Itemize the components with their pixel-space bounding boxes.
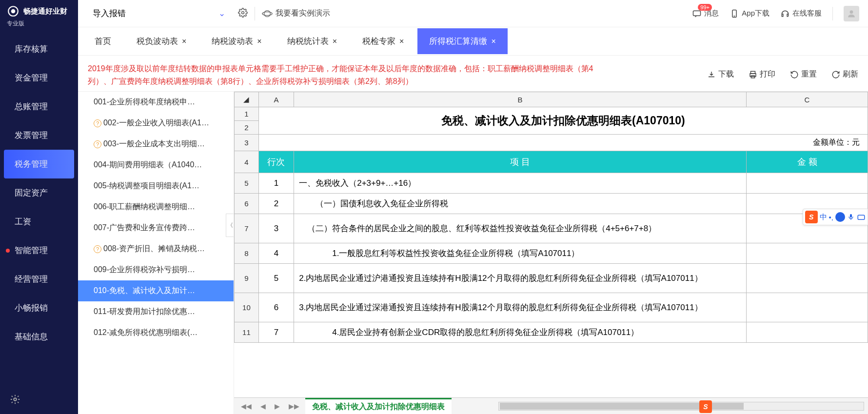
tree-item[interactable]: 012-减免所得税优惠明细表(…: [78, 322, 234, 343]
cell-seq[interactable]: 7: [258, 322, 294, 343]
tree-item-label: 003-一般企业成本支出明细…: [103, 139, 205, 148]
svg-point-1: [12, 10, 15, 13]
col-header-A[interactable]: A: [258, 92, 294, 107]
sidebar-item[interactable]: 固定资产: [0, 178, 78, 207]
tree-item[interactable]: ?002-一般企业收入明细表(A1…: [78, 113, 234, 134]
tree-item[interactable]: 006-职工薪酬纳税调整明细…: [78, 197, 234, 217]
close-icon[interactable]: ×: [399, 37, 404, 46]
cell-item[interactable]: 3.内地居民企业通过深港通投资且连续持有H股满12个月取得的股息红利所得免征企业…: [294, 293, 747, 322]
close-icon[interactable]: ×: [333, 37, 337, 46]
cell-amount[interactable]: [747, 322, 868, 343]
cell-seq[interactable]: 1: [258, 173, 294, 194]
sheet-nav-first[interactable]: ◀◀: [238, 402, 255, 410]
help-icon: ?: [94, 140, 101, 148]
sidebar-item[interactable]: 税务管理: [4, 150, 74, 178]
print-button[interactable]: 打印: [749, 69, 775, 79]
sidebar-item[interactable]: 总账管理: [0, 92, 78, 121]
refresh-button[interactable]: 刷新: [831, 69, 858, 79]
tab[interactable]: 税检专家×: [351, 28, 415, 54]
spreadsheet: ◢ A B C 1 免税、减计收入及加计扣除优惠明细表(A107010) 2 3: [234, 92, 868, 414]
cell-seq[interactable]: 3: [258, 214, 294, 243]
tree-item-label: 004-期间费用明细表（A1040…: [94, 160, 202, 169]
horizontal-scrollbar[interactable]: [498, 402, 864, 411]
ime-toolbar[interactable]: S 中 •,: [803, 209, 868, 225]
row-header[interactable]: 4: [235, 151, 259, 173]
row-header[interactable]: 2: [235, 121, 259, 135]
cell-amount[interactable]: [747, 293, 868, 322]
support-button[interactable]: 在线客服: [780, 9, 822, 19]
sidebar-item[interactable]: 经营管理: [0, 265, 78, 294]
select-all-corner[interactable]: ◢: [235, 92, 259, 107]
sidebar-item[interactable]: 发票管理: [0, 121, 78, 150]
cell-seq[interactable]: 6: [258, 293, 294, 322]
cell-seq[interactable]: 2: [258, 194, 294, 214]
download-button[interactable]: 下载: [707, 69, 734, 79]
brand-icon: [7, 5, 20, 18]
sidebar-item[interactable]: 小畅报销: [0, 294, 78, 322]
cell-seq[interactable]: 4: [258, 243, 294, 264]
cell-item[interactable]: （二）符合条件的居民企业之间的股息、红利等权益性投资收益免征企业所得税（4+5+…: [294, 214, 747, 243]
settings-button[interactable]: [0, 386, 78, 414]
tab[interactable]: 纳税波动表×: [200, 28, 273, 54]
tab[interactable]: 税负波动表×: [125, 28, 198, 54]
cell-item[interactable]: 一、免税收入（2+3+9+…+16）: [294, 173, 747, 194]
col-header-B[interactable]: B: [294, 92, 747, 107]
tab[interactable]: 所得税汇算清缴×: [417, 28, 507, 54]
sidebar-item[interactable]: 库存核算: [0, 35, 78, 63]
row-header[interactable]: 3: [235, 135, 259, 151]
sidebar-item[interactable]: 工资: [0, 207, 78, 236]
row-header[interactable]: 9: [235, 264, 259, 293]
cell-seq[interactable]: 5: [258, 264, 294, 293]
cell-item[interactable]: 2.内地居民企业通过沪港通投资且连续持有H股满12个月取得的股息红利所得免征企业…: [294, 264, 747, 293]
close-icon[interactable]: ×: [182, 37, 186, 46]
avatar[interactable]: [844, 6, 859, 21]
sheet-tab[interactable]: 免税、减计收入及加计扣除优惠明细表: [305, 398, 452, 414]
demo-link[interactable]: 我要看实例演示: [262, 8, 330, 19]
tree-item[interactable]: 011-研发费用加计扣除优惠…: [78, 301, 234, 322]
app-download-button[interactable]: App下载: [730, 9, 769, 19]
tree-item[interactable]: 010-免税、减计收入及加计…: [78, 280, 234, 301]
messages-button[interactable]: 99+ 消息: [692, 9, 719, 19]
cell-item[interactable]: 4.居民企业持有创新企业CDR取得的股息红利所得免征企业所得税（填写A10701…: [294, 322, 747, 343]
topbar-settings-button[interactable]: [238, 8, 248, 19]
row-header[interactable]: 5: [235, 173, 259, 194]
svg-rect-13: [850, 214, 852, 217]
row-header[interactable]: 8: [235, 243, 259, 264]
tree-item[interactable]: ?008-资产折旧、摊销及纳税…: [78, 238, 234, 259]
cell-amount[interactable]: [747, 264, 868, 293]
sidebar-item[interactable]: 资金管理: [0, 63, 78, 92]
tree-item[interactable]: 001-企业所得税年度纳税申…: [78, 92, 234, 113]
sheet-nav-prev[interactable]: ◀: [257, 402, 269, 410]
tab[interactable]: 首页: [83, 28, 123, 54]
close-icon[interactable]: ×: [491, 37, 495, 46]
reset-button[interactable]: 重置: [790, 69, 817, 79]
row-header[interactable]: 1: [235, 107, 259, 121]
tree-item[interactable]: ?003-一般企业成本支出明细…: [78, 134, 234, 155]
tree-item[interactable]: 007-广告费和业务宣传费跨…: [78, 217, 234, 238]
row-header[interactable]: 11: [235, 322, 259, 343]
cell-item[interactable]: 1.一般股息红利等权益性投资收益免征企业所得税（填写A107011）: [294, 243, 747, 264]
ime-emoji-icon: [835, 212, 845, 222]
import-dropdown[interactable]: 导入报错 ⌄: [87, 5, 231, 22]
cell-amount[interactable]: [747, 243, 868, 264]
close-icon[interactable]: ×: [257, 37, 261, 46]
collapse-handle[interactable]: 《: [226, 214, 234, 237]
sidebar-item[interactable]: 基础信息: [0, 322, 78, 351]
tab[interactable]: 纳税统计表×: [276, 28, 349, 54]
row-header[interactable]: 10: [235, 293, 259, 322]
ime-float[interactable]: S: [699, 400, 712, 413]
cell-item[interactable]: （一）国债利息收入免征企业所得税: [294, 194, 747, 214]
tree-item-label: 007-广告费和业务宣传费跨…: [94, 223, 195, 232]
grid-table[interactable]: ◢ A B C 1 免税、减计收入及加计扣除优惠明细表(A107010) 2 3: [234, 92, 868, 343]
cell-amount[interactable]: [747, 173, 868, 194]
tree-item[interactable]: 005-纳税调整项目明细表(A1…: [78, 176, 234, 197]
row-header[interactable]: 6: [235, 194, 259, 214]
sheet-nav-last[interactable]: ▶▶: [286, 402, 302, 410]
row-header[interactable]: 7: [235, 214, 259, 243]
tree-item[interactable]: 004-期间费用明细表（A1040…: [78, 155, 234, 176]
separator: [255, 7, 255, 20]
tree-item[interactable]: 009-企业所得税弥补亏损明…: [78, 259, 234, 280]
sheet-nav-next[interactable]: ▶: [272, 402, 283, 410]
sidebar-item[interactable]: 智能管理: [0, 236, 78, 265]
col-header-C[interactable]: C: [747, 92, 868, 107]
